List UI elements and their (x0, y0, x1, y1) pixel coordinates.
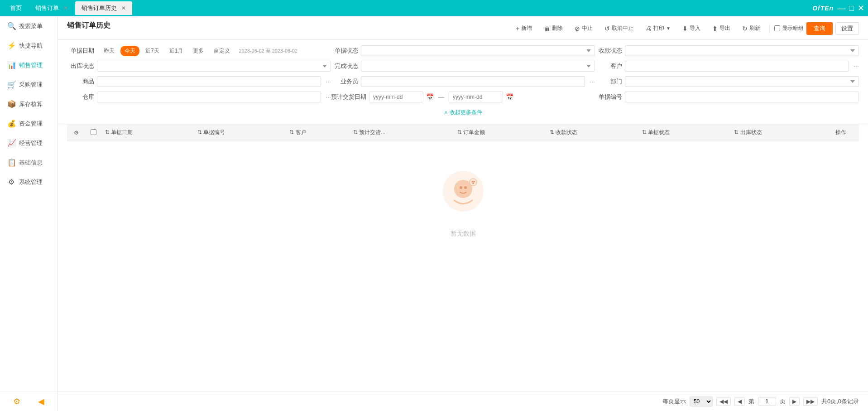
delete-button[interactable]: 🗑 删除 (539, 22, 567, 34)
sales-mgmt-icon: 📊 (7, 61, 15, 69)
filter-doc-status: 单据状态 (331, 45, 595, 56)
th-amount-label: ⇅ 订单金额 (457, 129, 485, 135)
pill-today[interactable]: 今天 (120, 46, 139, 56)
import-icon: ⬇ (682, 25, 688, 32)
sidebar-item-inventory[interactable]: 📦 库存核算 (0, 94, 58, 114)
sidebar-item-quick-nav-label: 快捷导航 (19, 42, 43, 50)
sidebar-item-finance[interactable]: 💰 资金管理 (0, 114, 58, 133)
pill-1month[interactable]: 近1月 (165, 46, 187, 56)
tab-home[interactable]: 首页 (4, 1, 28, 15)
sidebar-bottom: ⚙ ◀ (0, 392, 58, 411)
settings-icon[interactable]: ⚙ (74, 130, 79, 136)
filter-product: 商品 ··· (67, 76, 331, 87)
pill-more[interactable]: 更多 (189, 46, 208, 56)
sidebar-item-search-menu[interactable]: 🔍 搜索菜单 (0, 16, 58, 36)
first-page-button[interactable]: ◀◀ (716, 397, 731, 406)
next-page-button[interactable]: ▶ (789, 397, 800, 406)
inventory-icon: 📦 (7, 100, 15, 108)
stop-button[interactable]: ⊘ 中止 (570, 22, 597, 34)
th-out-status-label: ⇅ 出库状态 (734, 129, 762, 135)
query-button[interactable]: 查询 (806, 22, 833, 35)
pill-custom[interactable]: 自定义 (210, 46, 234, 56)
filter-warehouse: 仓库 ··· (67, 92, 331, 102)
sidebar-settings-icon[interactable]: ⚙ (13, 396, 20, 406)
empty-text: 暂无数据 (451, 230, 476, 238)
tab-sales-order-history[interactable]: 销售订单历史 ✕ (75, 1, 132, 15)
sidebar-item-basic-info[interactable]: 📋 基础信息 (0, 153, 58, 172)
page-input[interactable] (758, 397, 776, 406)
th-doc-no-label: ⇅ 单据编号 (197, 129, 225, 135)
sidebar-item-quick-nav[interactable]: ⚡ 快捷导航 (0, 36, 58, 55)
th-amount: ⇅ 订单金额 (454, 124, 546, 141)
total-text: 共0页,0条记录 (821, 397, 859, 406)
page-size-select[interactable]: 50 10 20 100 (690, 396, 713, 406)
sidebar-item-basic-info-label: 基础信息 (19, 159, 43, 167)
tab-sales-order-history-close[interactable]: ✕ (121, 5, 126, 11)
svg-point-5 (472, 182, 474, 184)
date-range-text: 2023-06-02 至 2023-06-02 (239, 48, 297, 54)
sidebar-item-inventory-label: 库存核算 (19, 100, 43, 108)
filter-product-input[interactable] (97, 76, 321, 87)
minimize-button[interactable]: — (837, 4, 845, 13)
filter-dept-select[interactable] (625, 76, 859, 87)
table-header-row: ⚙ ⇅ 单据日期 ⇅ 单据编号 ⇅ 客户 (67, 124, 859, 141)
filter-dept-label: 部门 (595, 77, 622, 86)
set-button[interactable]: 设置 (835, 22, 859, 35)
pill-7days[interactable]: 近7天 (141, 46, 163, 56)
filter-payment-status-select[interactable] (625, 45, 859, 56)
filter-complete-status-select[interactable] (361, 61, 595, 72)
filter-customer-ellipsis[interactable]: ··· (854, 63, 859, 70)
pill-yesterday[interactable]: 昨天 (100, 46, 119, 56)
cancel-stop-button[interactable]: ↺ 取消中止 (600, 22, 638, 34)
filter-out-status-select[interactable] (97, 61, 331, 72)
refresh-button[interactable]: ↻ 刷新 (738, 22, 765, 34)
sidebar-item-purchase-mgmt-label: 采购管理 (19, 81, 43, 89)
export-label: 导出 (719, 24, 730, 32)
display-col-checkbox[interactable] (774, 25, 780, 31)
filter-complete-status: 完成状态 (331, 61, 595, 72)
export-button[interactable]: ⬆ 导出 (708, 22, 735, 34)
filter-delivery-date-from[interactable] (369, 92, 423, 102)
display-col-check[interactable]: 显示暗组 (774, 24, 804, 32)
sidebar-item-search-menu-label: 搜索菜单 (19, 22, 43, 30)
close-button[interactable]: ✕ (858, 3, 864, 13)
filter-warehouse-input[interactable] (97, 92, 321, 102)
new-icon: + (516, 25, 519, 32)
filter-doc-status-label: 单据状态 (331, 47, 358, 55)
filter-doc-no-input[interactable] (625, 92, 859, 102)
new-button[interactable]: + 新增 (511, 22, 537, 34)
maximize-button[interactable]: □ (849, 4, 854, 13)
system-mgmt-icon: ⚙ (7, 178, 15, 186)
filter-row-3: 商品 ··· 业务员 ··· 部门 (67, 76, 859, 87)
cancel-stop-label: 取消中止 (612, 24, 633, 32)
sidebar-item-sales-mgmt[interactable]: 📊 销售管理 (0, 55, 58, 75)
last-page-button[interactable]: ▶▶ (803, 397, 818, 406)
sidebar-item-operations[interactable]: 📈 经营管理 (0, 133, 58, 153)
sidebar-item-purchase-mgmt[interactable]: 🛒 采购管理 (0, 75, 58, 94)
filter-delivery-date: 预计交货日期 📅 — 📅 (331, 92, 595, 102)
sidebar-collapse-icon[interactable]: ◀ (38, 396, 44, 406)
filter-delivery-date-to[interactable] (449, 92, 503, 102)
select-all-checkbox[interactable] (91, 129, 96, 135)
collapse-button[interactable]: ∧ 收起更多条件 (67, 107, 859, 118)
filter-customer-input[interactable] (625, 61, 849, 72)
filter-salesman-ellipsis[interactable]: ··· (590, 78, 595, 85)
th-out-status: ⇅ 出库状态 (730, 124, 823, 141)
calendar-from-icon[interactable]: 📅 (426, 93, 434, 101)
calendar-to-icon[interactable]: 📅 (506, 93, 513, 101)
filter-product-ellipsis[interactable]: ··· (326, 78, 331, 85)
cancel-stop-icon: ↺ (604, 25, 610, 32)
tab-sales-order[interactable]: 销售订单 ✕ (29, 1, 74, 15)
refresh-icon: ↻ (742, 25, 748, 32)
print-button[interactable]: 🖨 打印 ▼ (641, 22, 675, 34)
th-delivery-date: ⇅ 预计交货... (350, 124, 454, 141)
th-operation: 操作 (823, 124, 859, 141)
prev-page-button[interactable]: ◀ (734, 397, 745, 406)
sidebar-item-system-mgmt[interactable]: ⚙ 系统管理 (0, 172, 58, 192)
import-button[interactable]: ⬇ 导入 (678, 22, 705, 34)
tab-sales-order-close[interactable]: ✕ (63, 5, 68, 11)
pagination: 每页显示 50 10 20 100 ◀◀ ◀ 第 页 ▶ ▶▶ 共0页,0条记录 (58, 392, 868, 411)
filter-warehouse-ellipsis[interactable]: ··· (326, 93, 331, 101)
filter-doc-status-select[interactable] (361, 45, 595, 56)
filter-salesman-input[interactable] (361, 76, 585, 87)
